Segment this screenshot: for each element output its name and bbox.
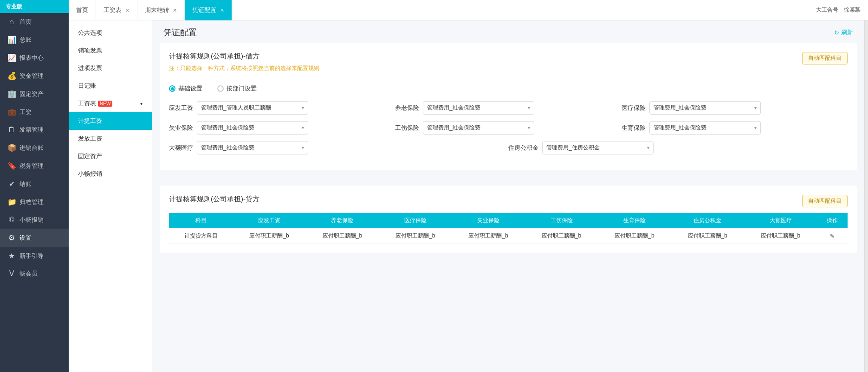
- sidebar-label-closing: 结账: [19, 180, 32, 188]
- debit-section-title: 计提核算规则(公司承担)-借方: [169, 52, 319, 61]
- sidebar-item-salary[interactable]: 💼工资: [0, 103, 69, 121]
- sidebar-icon-member: V: [7, 269, 16, 278]
- radio-dept-circle: [217, 85, 224, 92]
- form-rows: 应发工资 管理费用_管理人员职工薪酬 ▾ 养老保险 管理费用_社会保险费 ▾ 医…: [169, 101, 848, 154]
- chevron-icon-0-0: ▾: [302, 105, 304, 110]
- credit-table-wrapper: 科目应发工资养老保险医疗保险失业保险工伤保险生育保险住房公积金大额医疗操作 计提…: [169, 213, 848, 244]
- form-row-2: 大额医疗 管理费用_社会保险费 ▾ 住房公积金 管理费用_住房公积金 ▾: [169, 141, 848, 154]
- sidebar-item-closing[interactable]: ✔结账: [0, 175, 69, 193]
- left-nav-pay-salary[interactable]: 发放工资: [69, 130, 152, 148]
- left-nav: 公共选项销项发票进项发票日记账工资表NEW▾计提工资发放工资固定资产小畅报销: [69, 20, 152, 372]
- left-nav-expense[interactable]: 小畅报销: [69, 165, 152, 183]
- sidebar-item-assets[interactable]: 🏢固定资产: [0, 85, 69, 103]
- field-value-1-2: 管理费用_社会保险费: [654, 124, 707, 132]
- left-nav-public[interactable]: 公共选项: [69, 24, 152, 42]
- field-select-0-0[interactable]: 管理费用_管理人员职工薪酬 ▾: [197, 101, 308, 115]
- chevron-icon-0-1: ▾: [528, 105, 530, 110]
- sidebar-icon-funds: 💰: [7, 71, 16, 80]
- sidebar: 专业版 ⌂首页📊总账📈报表中心💰资金管理🏢固定资产💼工资🗒发票管理📦进销台账🔖税…: [0, 0, 69, 372]
- tab-label-voucher: 凭证配置: [192, 6, 216, 14]
- sidebar-label-tax: 税务管理: [19, 162, 44, 170]
- scrollbar[interactable]: [864, 20, 868, 372]
- left-nav-calc-salary[interactable]: 计提工资: [69, 112, 152, 130]
- tab-payroll[interactable]: 工资表✕: [96, 0, 137, 20]
- left-nav-debit-invoice[interactable]: 进项发票: [69, 59, 152, 77]
- page-title: 凭证配置: [163, 27, 197, 38]
- left-nav-label-fixed-assets: 固定资产: [78, 152, 102, 160]
- credit-col-header-8: 大额医疗: [744, 213, 817, 228]
- sidebar-item-funds[interactable]: 💰资金管理: [0, 67, 69, 85]
- sidebar-label-guide: 新手引导: [19, 252, 44, 260]
- field-select-0-1[interactable]: 管理费用_社会保险费 ▾: [423, 101, 534, 115]
- sidebar-item-archive[interactable]: 📁归档管理: [0, 193, 69, 211]
- left-nav-payroll-table[interactable]: 工资表NEW▾: [69, 95, 152, 112]
- left-nav-journal[interactable]: 日记账: [69, 77, 152, 95]
- field-label-1-0: 失业保险: [169, 124, 193, 132]
- field-value-1-1: 管理费用_社会保险费: [427, 124, 480, 132]
- new-badge-payroll-table: NEW: [98, 101, 112, 107]
- field-select-2-1[interactable]: 管理费用_住房公积金 ▾: [542, 141, 654, 154]
- field-select-2-0[interactable]: 管理费用_社会保险费 ▾: [197, 141, 308, 154]
- sidebar-item-invoice[interactable]: 🗒发票管理: [0, 121, 69, 139]
- radio-group: 基础设置 按部门设置: [169, 84, 848, 93]
- field-value-0-1: 管理费用_社会保险费: [427, 104, 480, 112]
- radio-dept[interactable]: 按部门设置: [217, 84, 257, 93]
- radio-basic[interactable]: 基础设置: [169, 84, 202, 93]
- sidebar-icon-inventory: 📦: [7, 143, 16, 152]
- field-select-0-2[interactable]: 管理费用_社会保险费 ▾: [649, 101, 761, 115]
- refresh-button[interactable]: ↻ 刷新: [834, 28, 853, 37]
- credit-col-header-3: 医疗保险: [379, 213, 452, 228]
- left-nav-fixed-assets[interactable]: 固定资产: [69, 148, 152, 165]
- sidebar-item-guide[interactable]: ★新手引导: [0, 247, 69, 265]
- sidebar-item-reports[interactable]: 📈报表中心: [0, 49, 69, 67]
- field-value-0-2: 管理费用_社会保险费: [654, 104, 707, 112]
- credit-col-header-6: 生育保险: [598, 213, 671, 228]
- sidebar-item-tax[interactable]: 🔖税务管理: [0, 157, 69, 175]
- sidebar-item-xiaochang[interactable]: ©小畅报销: [0, 211, 69, 229]
- debit-auto-match-button[interactable]: 自动匹配科目: [802, 52, 848, 64]
- credit-col-header-5: 工伤保险: [525, 213, 598, 228]
- sidebar-item-settings[interactable]: ⚙设置: [0, 229, 69, 247]
- tab-close-payroll[interactable]: ✕: [125, 7, 130, 13]
- app-edition: 专业版: [0, 0, 69, 13]
- credit-col-header-1: 应发工资: [233, 213, 305, 228]
- field-select-1-0[interactable]: 管理费用_社会保险费 ▾: [197, 121, 308, 135]
- close-button[interactable]: ✕: [854, 5, 861, 15]
- credit-table: 科目应发工资养老保险医疗保险失业保险工伤保险生育保险住房公积金大额医疗操作 计提…: [169, 213, 848, 244]
- sidebar-label-xiaochang: 小畅报销: [19, 216, 44, 224]
- credit-section: 计提核算规则(公司承担)-贷方 自动匹配科目 科目应发工资养老保险医疗保险失业保…: [160, 186, 857, 253]
- tab-label-period: 期末结转: [145, 6, 169, 14]
- credit-auto-match-button[interactable]: 自动匹配科目: [802, 195, 848, 207]
- page-content: 凭证配置 ↻ 刷新 计提核算规则(公司承担)-借方 注：只能选择一种方式，系统将…: [152, 20, 864, 372]
- sidebar-item-inventory[interactable]: 📦进销台账: [0, 139, 69, 157]
- sidebar-icon-tax: 🔖: [7, 161, 16, 170]
- field-select-1-1[interactable]: 管理费用_社会保险费 ▾: [423, 121, 534, 135]
- field-select-1-2[interactable]: 管理费用_社会保险费 ▾: [649, 121, 761, 135]
- tab-label-payroll: 工资表: [104, 6, 122, 14]
- form-field-2-0: 大额医疗 管理费用_社会保险费 ▾: [169, 141, 508, 154]
- debit-section-header: 计提核算规则(公司承担)-借方 注：只能选择一种方式，系统将按照您当前的选择来配…: [169, 52, 848, 79]
- main-area: 首页工资表✕期末结转✕凭证配置✕ 大工合号 徐某某 ✕ 公共选项销项发票进项发票…: [69, 0, 868, 372]
- sidebar-item-home[interactable]: ⌂首页: [0, 13, 69, 31]
- credit-col-header-7: 住房公积金: [671, 213, 744, 228]
- chevron-icon-1-0: ▾: [302, 125, 304, 130]
- sidebar-item-member[interactable]: V畅会员: [0, 265, 69, 282]
- tab-close-voucher[interactable]: ✕: [220, 7, 224, 13]
- sidebar-icon-salary: 💼: [7, 108, 16, 116]
- tab-close-period[interactable]: ✕: [173, 7, 177, 13]
- form-row-0: 应发工资 管理费用_管理人员职工薪酬 ▾ 养老保险 管理费用_社会保险费 ▾ 医…: [169, 101, 848, 115]
- field-value-1-0: 管理费用_社会保险费: [201, 124, 254, 132]
- left-nav-credit-invoice[interactable]: 销项发票: [69, 42, 152, 59]
- tab-voucher[interactable]: 凭证配置✕: [185, 0, 232, 20]
- sidebar-item-ledger[interactable]: 📊总账: [0, 31, 69, 49]
- tab-home[interactable]: 首页: [69, 0, 96, 20]
- left-nav-label-expense: 小畅报销: [78, 170, 102, 178]
- tab-period[interactable]: 期末结转✕: [137, 0, 185, 20]
- field-value-2-0: 管理费用_社会保险费: [201, 144, 254, 152]
- credit-cell-0-7: 应付职工薪酬_b: [744, 228, 817, 244]
- sidebar-label-archive: 归档管理: [19, 198, 44, 206]
- radio-dept-label: 按部门设置: [227, 84, 257, 93]
- form-field-1-2: 生育保险 管理费用_社会保险费 ▾: [622, 121, 848, 135]
- credit-action-0[interactable]: ✎: [817, 228, 848, 244]
- sidebar-label-reports: 报表中心: [19, 54, 44, 62]
